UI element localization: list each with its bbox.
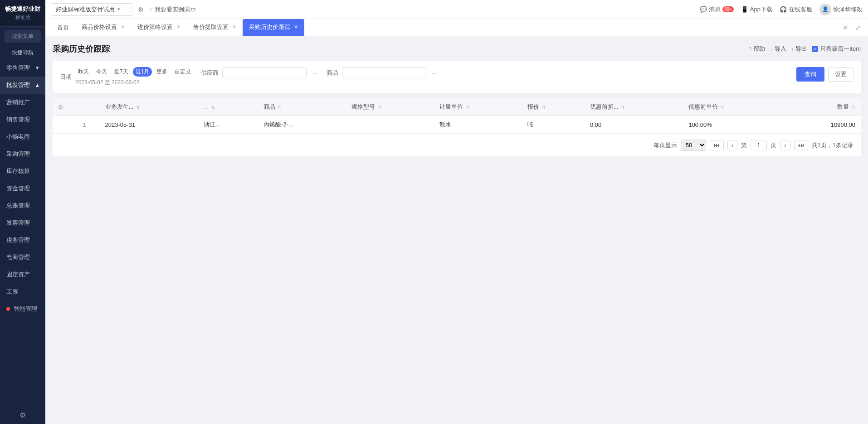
tab-purchase-strategy[interactable]: 进价策略设置 ✕ bbox=[131, 19, 187, 36]
prev-page-button[interactable]: ‹ bbox=[727, 140, 737, 150]
tab-label: 进价策略设置 bbox=[137, 23, 173, 31]
help-button[interactable]: ? 帮助 bbox=[748, 45, 765, 53]
query-button[interactable]: 查询 bbox=[796, 67, 824, 82]
date-opt-yesterday[interactable]: 昨天 bbox=[75, 67, 92, 77]
sidebar-item-payroll[interactable]: 工资 bbox=[0, 283, 45, 300]
sidebar-item-ledger[interactable]: 总账管理 bbox=[0, 197, 45, 214]
th-extra[interactable]: ... ⇅ bbox=[198, 98, 258, 116]
th-label: 报价 bbox=[527, 103, 539, 110]
goods-input[interactable] bbox=[342, 67, 426, 78]
th-label: 商品 bbox=[263, 103, 275, 110]
sidebar-item-purchase[interactable]: 采购管理 bbox=[0, 145, 45, 163]
th-unit[interactable]: 计量单位 ⇅ bbox=[434, 98, 522, 116]
th-goods[interactable]: 商品 ⇅ bbox=[258, 98, 346, 116]
import-label: 导入 bbox=[775, 45, 786, 53]
th-biz-date[interactable]: 业务发生... ⇅ bbox=[100, 98, 199, 116]
date-opt-today[interactable]: 今天 bbox=[93, 67, 110, 77]
topbar-right: 💬 消息 99+ 📱 App下载 🎧 在线客服 👤 徐泽华修改 bbox=[700, 4, 863, 15]
sidebar-item-label: 智能管理 bbox=[14, 305, 37, 313]
sidebar-item-wholesale[interactable]: 批发管理 ▴ bbox=[0, 77, 45, 94]
demo-link[interactable]: ○ 我要看实例演示 bbox=[149, 5, 196, 14]
column-settings-icon[interactable]: ⚙ bbox=[58, 104, 63, 111]
date-opt-7days[interactable]: 近7天 bbox=[112, 67, 131, 77]
sort-icon[interactable]: ⇅ bbox=[466, 105, 469, 110]
sort-icon[interactable]: ⇅ bbox=[852, 105, 855, 110]
avatar: 👤 bbox=[819, 4, 831, 15]
next-page-button[interactable]: › bbox=[780, 140, 790, 150]
sidebar-item-sales[interactable]: 销售管理 bbox=[0, 111, 45, 128]
sidebar-item-ecommerce[interactable]: 电商管理 bbox=[0, 249, 45, 266]
sidebar-item-marketing[interactable]: 营销推广 bbox=[0, 94, 45, 111]
sort-icon[interactable]: ⇅ bbox=[136, 105, 140, 110]
sidebar-item-fixed-assets[interactable]: 固定资产 bbox=[0, 266, 45, 283]
sidebar-item-label: 库存核算 bbox=[6, 167, 30, 175]
close-tab-button[interactable]: ✕ bbox=[841, 23, 850, 32]
tab-home[interactable]: 首页 bbox=[51, 19, 75, 36]
sidebar-item-inventory[interactable]: 库存核算 bbox=[0, 163, 45, 180]
sort-icon[interactable]: ⇅ bbox=[278, 105, 281, 110]
tab-purchase-history[interactable]: 采购历史价跟踪 ✕ bbox=[243, 19, 304, 36]
edition-selector[interactable]: 好业财标准版交付试用 ▾ bbox=[51, 3, 132, 16]
first-page-button[interactable]: ⏮ bbox=[710, 140, 724, 150]
sidebar-item-tax[interactable]: 税务管理 bbox=[0, 231, 45, 249]
th-quoted-price[interactable]: 报价 ⇅ bbox=[522, 98, 585, 116]
filter-actions: 查询 设置 bbox=[796, 67, 853, 82]
sort-icon[interactable]: ⇅ bbox=[621, 105, 624, 110]
close-icon[interactable]: ✕ bbox=[121, 24, 125, 30]
user-profile-button[interactable]: 👤 徐泽华修改 bbox=[819, 4, 863, 15]
app-download-button[interactable]: 📱 App下载 bbox=[741, 5, 772, 14]
sort-icon[interactable]: ⇅ bbox=[721, 105, 724, 110]
tab-label: 售价提取设置 bbox=[193, 23, 229, 31]
date-opt-custom[interactable]: 自定义 bbox=[172, 67, 194, 77]
sidebar-gear-icon[interactable]: ⚙ bbox=[20, 411, 26, 419]
sidebar-item-retail[interactable]: 零售管理 ▾ bbox=[0, 59, 45, 77]
last-page-button[interactable]: ⏭ bbox=[794, 140, 808, 150]
sidebar-item-ai[interactable]: 智能管理 bbox=[0, 300, 45, 318]
tab-label: 首页 bbox=[57, 24, 69, 32]
date-opt-more[interactable]: 更多 bbox=[154, 67, 170, 77]
supplier-input[interactable] bbox=[222, 67, 307, 78]
search-menu-button[interactable]: 搜索菜单 bbox=[5, 30, 41, 43]
sort-icon[interactable]: ⇅ bbox=[211, 105, 215, 110]
sidebar-item-label: 固定资产 bbox=[6, 270, 30, 279]
online-service-button[interactable]: 🎧 在线客服 bbox=[780, 5, 812, 14]
th-quantity[interactable]: 数量 ⇅ bbox=[784, 98, 861, 116]
page-label: 第 bbox=[741, 141, 747, 149]
per-page-select[interactable]: 50 100 200 bbox=[681, 140, 706, 151]
messages-button[interactable]: 💬 消息 99+ bbox=[700, 5, 734, 14]
th-price-before[interactable]: 优惠前单价 ⇅ bbox=[683, 98, 784, 116]
close-icon[interactable]: ✕ bbox=[232, 24, 236, 30]
close-icon[interactable]: ✕ bbox=[176, 24, 180, 30]
app-download-label: App下载 bbox=[750, 5, 772, 14]
goods-filter-label: 商品 bbox=[327, 69, 338, 77]
data-table-wrapper: ⚙ 业务发生... ⇅ ... ⇅ 商品 ⇅ bbox=[53, 98, 861, 156]
sidebar-item-label: 采购管理 bbox=[6, 150, 30, 158]
checkbox-icon bbox=[812, 46, 818, 52]
close-icon[interactable]: ✕ bbox=[294, 24, 298, 30]
sidebar-item-invoice[interactable]: 发票管理 bbox=[0, 214, 45, 231]
topbar-gear-icon[interactable]: ⚙ bbox=[136, 4, 146, 15]
export-icon: ↑ bbox=[791, 46, 794, 53]
th-discount[interactable]: 优惠前折... ⇅ bbox=[585, 98, 683, 116]
th-spec[interactable]: 规格型号 ⇅ bbox=[346, 98, 434, 116]
ai-dot-indicator bbox=[6, 307, 10, 311]
sidebar-item-finance[interactable]: 资金管理 bbox=[0, 180, 45, 197]
only-last-checkbox[interactable]: 只看最后一item bbox=[812, 45, 861, 53]
tab-goods-price[interactable]: 商品价格设置 ✕ bbox=[75, 19, 131, 36]
supplier-more-icon[interactable]: ··· bbox=[310, 69, 319, 77]
sidebar-item-ecommerce-small[interactable]: 小畅电商 bbox=[0, 128, 45, 145]
page-input[interactable] bbox=[751, 140, 767, 150]
setting-button[interactable]: 设置 bbox=[828, 67, 853, 82]
sort-icon[interactable]: ⇅ bbox=[378, 105, 381, 110]
maximize-tab-button[interactable]: ⤢ bbox=[853, 23, 863, 32]
sort-icon[interactable]: ⇅ bbox=[542, 105, 546, 110]
sidebar-item-label: 营销推广 bbox=[6, 98, 30, 106]
help-label: 帮助 bbox=[753, 45, 765, 53]
export-button[interactable]: ↑ 导出 bbox=[791, 45, 808, 53]
date-opt-1month[interactable]: 近1月 bbox=[133, 67, 152, 77]
sidebar-item-quick-nav[interactable]: 快捷导航 bbox=[0, 46, 45, 59]
goods-more-icon[interactable]: ··· bbox=[430, 69, 439, 77]
tab-sale-price[interactable]: 售价提取设置 ✕ bbox=[187, 19, 243, 36]
import-button[interactable]: ↓ 导入 bbox=[770, 45, 786, 53]
sidebar-search-area: 搜索菜单 bbox=[0, 27, 45, 46]
